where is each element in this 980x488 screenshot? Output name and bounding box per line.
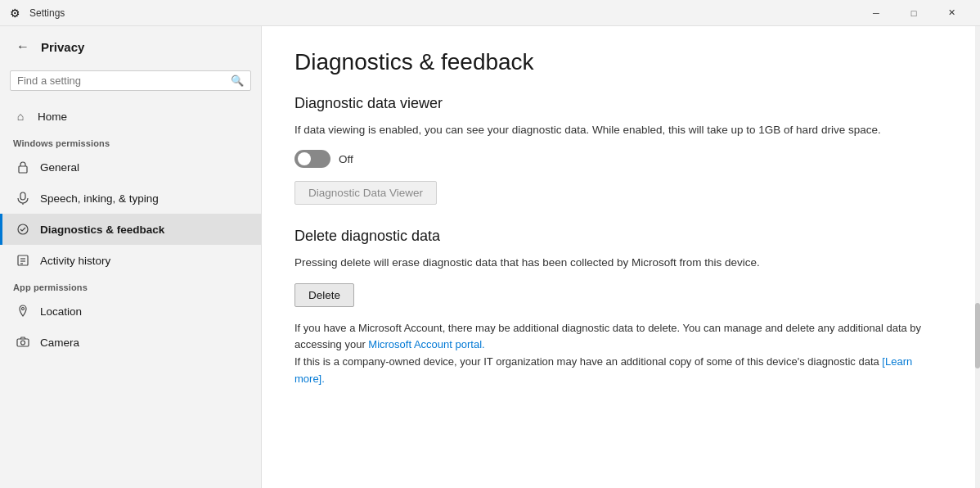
diagnostic-viewer-title: Diagnostic data viewer: [294, 95, 942, 112]
titlebar-title: Settings: [29, 7, 857, 19]
additional-info-text-2: If this is a company-owned device, your …: [294, 355, 882, 368]
toggle-state-label: Off: [339, 153, 353, 165]
search-input[interactable]: [17, 75, 226, 87]
microsoft-account-link[interactable]: Microsoft Account portal.: [368, 338, 484, 350]
diagnostic-viewer-toggle-row: Off: [294, 150, 942, 168]
sidebar-section-title: Privacy: [41, 40, 84, 54]
content-area: Diagnostics & feedback Diagnostic data v…: [262, 26, 975, 488]
camera-icon: [16, 335, 30, 350]
close-button[interactable]: ✕: [933, 0, 970, 26]
home-icon: ⌂: [13, 109, 28, 124]
activity-icon: [16, 253, 30, 268]
app-icon: ⚙: [10, 7, 23, 20]
diagnostic-viewer-button: Diagnostic Data Viewer: [294, 181, 437, 205]
search-box[interactable]: 🔍: [10, 70, 251, 91]
section-label-windows-permissions: Windows permissions: [0, 132, 261, 151]
svg-point-10: [21, 341, 25, 345]
main-layout: ← Privacy 🔍 ⌂ Home Windows permissions G…: [0, 26, 980, 488]
general-label: General: [40, 161, 248, 174]
delete-diagnostic-description: Pressing delete will erase diagnostic da…: [294, 255, 942, 271]
back-icon: ←: [16, 39, 29, 54]
sidebar-item-general[interactable]: General: [0, 151, 261, 183]
diagnostics-label: Diagnostics & feedback: [40, 224, 248, 236]
sidebar-header: ← Privacy: [0, 26, 261, 67]
scrollbar-track[interactable]: [975, 26, 980, 488]
titlebar: ⚙ Settings ─ □ ✕: [0, 0, 980, 26]
camera-label: Camera: [40, 337, 248, 349]
diagnostic-viewer-description: If data viewing is enabled, you can see …: [294, 122, 942, 138]
sidebar-item-camera[interactable]: Camera: [0, 327, 261, 358]
page-title: Diagnostics & feedback: [294, 49, 942, 75]
section-label-app-permissions: App permissions: [0, 276, 261, 296]
diagnostic-viewer-toggle[interactable]: [294, 150, 330, 168]
sidebar-item-diagnostics[interactable]: Diagnostics & feedback: [0, 214, 261, 245]
sidebar-item-location[interactable]: Location: [0, 296, 261, 327]
svg-point-3: [18, 224, 28, 234]
maximize-button[interactable]: □: [895, 0, 933, 26]
svg-rect-9: [17, 339, 29, 346]
svg-rect-1: [20, 192, 25, 200]
delete-diagnostic-title: Delete diagnostic data: [294, 228, 942, 245]
lock-icon: [16, 160, 30, 174]
minimize-button[interactable]: ─: [857, 0, 895, 26]
sidebar-item-activity[interactable]: Activity history: [0, 245, 261, 276]
diagnostics-icon: [16, 222, 30, 237]
home-label: Home: [38, 111, 248, 123]
svg-rect-0: [19, 166, 27, 173]
additional-info: If you have a Microsoft Account, there m…: [294, 320, 942, 388]
location-icon: [16, 304, 30, 319]
window-controls: ─ □ ✕: [857, 0, 970, 26]
search-icon: 🔍: [231, 75, 244, 87]
back-button[interactable]: ←: [13, 36, 33, 57]
delete-button[interactable]: Delete: [294, 283, 354, 307]
speech-icon: [16, 191, 30, 206]
activity-label: Activity history: [40, 255, 248, 267]
scrollbar-thumb[interactable]: [975, 303, 980, 368]
sidebar: ← Privacy 🔍 ⌂ Home Windows permissions G…: [0, 26, 262, 488]
speech-label: Speech, inking, & typing: [40, 192, 248, 205]
sidebar-item-home[interactable]: ⌂ Home: [0, 101, 261, 132]
sidebar-item-speech[interactable]: Speech, inking, & typing: [0, 183, 261, 214]
location-label: Location: [40, 305, 248, 318]
svg-point-8: [22, 308, 25, 310]
